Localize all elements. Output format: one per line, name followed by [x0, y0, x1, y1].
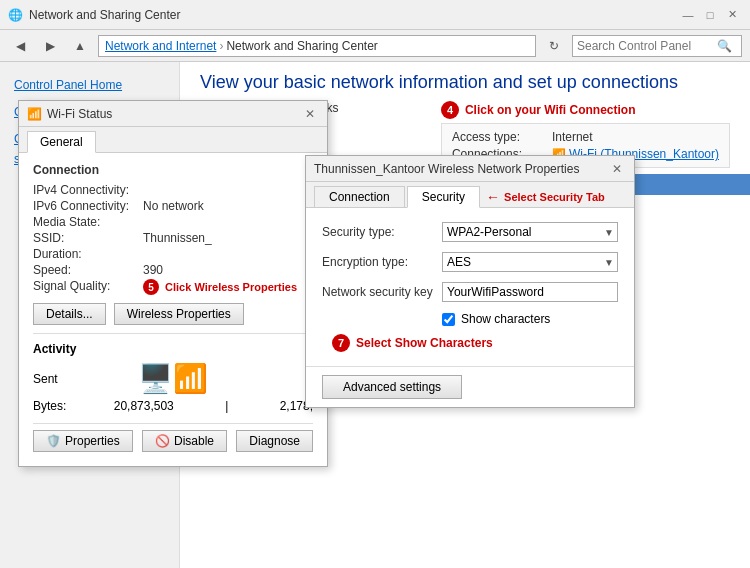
encryption-type-select[interactable]: AES	[442, 252, 618, 272]
ipv4-row: IPv4 Connectivity:	[33, 183, 313, 197]
wifi-status-window: 📶 Wi-Fi Status ✕ General Connection IPv4…	[18, 100, 328, 467]
security-tab-container: Security ← Select Security Tab	[407, 186, 605, 207]
annotation5-label: Click Wireless Properties	[165, 281, 297, 293]
signal-value: 5 Click Wireless Properties	[143, 279, 297, 295]
network-key-label: Network security key	[322, 285, 442, 299]
speed-value: 390	[143, 263, 163, 277]
access-type-label: Access type:	[452, 130, 552, 144]
signal-label: Signal Quality:	[33, 279, 143, 295]
tab-general[interactable]: General	[27, 131, 96, 153]
refresh-button[interactable]: ↻	[542, 34, 566, 58]
step5-circle: 5	[143, 279, 159, 295]
duration-row: Duration:	[33, 247, 313, 261]
bytes-row: Bytes: 20,873,503 | 2,178,	[33, 399, 313, 413]
wifi-action-buttons: Details... Wireless Properties	[33, 303, 313, 325]
advanced-settings-button[interactable]: Advanced settings	[322, 375, 462, 399]
bytes-label: Bytes:	[33, 399, 66, 413]
ssid-row: SSID: Thunnissen_	[33, 231, 313, 245]
wifi-status-close[interactable]: ✕	[301, 105, 319, 123]
activity-section: Activity Sent 🖥️📶 R Bytes: 20,873,503 | …	[33, 342, 313, 413]
breadcrumb-sharing-center[interactable]: Network and Sharing Center	[226, 39, 377, 53]
breadcrumb: Network and Internet › Network and Shari…	[98, 35, 536, 57]
connection-section-title: Connection	[33, 163, 313, 177]
sidebar-item-home[interactable]: Control Panel Home	[0, 72, 179, 99]
wifi-bottom-buttons: 🛡️ Properties 🚫 Disable Diagnose	[33, 423, 313, 456]
diagnose-label: Diagnose	[249, 434, 300, 448]
wireless-props-label: Wireless Properties	[127, 307, 231, 321]
annotation7-label: Select Show Characters	[356, 336, 493, 350]
media-row: Media State:	[33, 215, 313, 229]
show-chars-label: Show characters	[461, 312, 550, 326]
network-icon: 🖥️📶	[138, 362, 208, 395]
show-chars-checkbox[interactable]	[442, 313, 455, 326]
annotation4-label: Click on your Wifi Connection	[465, 103, 636, 117]
properties-icon: 🛡️	[46, 434, 61, 448]
wifi-status-body: Connection IPv4 Connectivity: IPv6 Conne…	[19, 153, 327, 466]
properties-button[interactable]: 🛡️ Properties	[33, 430, 133, 452]
page-title: View your basic network information and …	[200, 72, 730, 93]
net-props-window: Thunnissen_Kantoor Wireless Network Prop…	[305, 155, 635, 408]
network-key-row: Network security key	[322, 282, 618, 302]
encryption-type-row: Encryption type: AES ▼	[322, 252, 618, 272]
title-bar-left: 🌐 Network and Sharing Center	[8, 8, 180, 22]
media-label: Media State:	[33, 215, 143, 229]
disable-label: Disable	[174, 434, 214, 448]
duration-label: Duration:	[33, 247, 143, 261]
security-type-label: Security type:	[322, 225, 442, 239]
minimize-button[interactable]: —	[678, 5, 698, 25]
speed-label: Speed:	[33, 263, 143, 277]
tab-connection[interactable]: Connection	[314, 186, 405, 207]
wifi-status-tabs: General	[19, 127, 327, 153]
wifi-status-title: Wi-Fi Status	[47, 107, 112, 121]
disable-icon: 🚫	[155, 434, 170, 448]
ssid-label: SSID:	[33, 231, 143, 245]
signal-row: Signal Quality: 5 Click Wireless Propert…	[33, 279, 313, 295]
properties-label: Properties	[65, 434, 120, 448]
show-chars-row: Show characters	[442, 312, 618, 326]
breadcrumb-network-internet[interactable]: Network and Internet	[105, 39, 216, 53]
search-icon[interactable]: 🔍	[717, 39, 732, 53]
close-button[interactable]: ✕	[722, 5, 742, 25]
ssid-value: Thunnissen_	[143, 231, 212, 245]
maximize-button[interactable]: □	[700, 5, 720, 25]
sent-recv-labels: Sent 🖥️📶 R	[33, 362, 313, 395]
ipv6-label: IPv6 Connectivity:	[33, 199, 143, 213]
wifi-status-title-text: 📶 Wi-Fi Status	[27, 107, 112, 121]
details-button[interactable]: Details...	[33, 303, 106, 325]
net-props-footer: Advanced settings	[306, 366, 634, 407]
net-props-close[interactable]: ✕	[608, 160, 626, 178]
wifi-divider	[33, 333, 313, 334]
search-input[interactable]	[577, 39, 717, 53]
title-bar-controls: — □ ✕	[678, 5, 742, 25]
step7-circle: 7	[332, 334, 350, 352]
disable-button[interactable]: 🚫 Disable	[142, 430, 227, 452]
title-bar: 🌐 Network and Sharing Center — □ ✕	[0, 0, 750, 30]
access-type-value: Internet	[552, 130, 593, 144]
details-label: Details...	[46, 307, 93, 321]
security-arrow-icon: ←	[486, 189, 500, 205]
forward-button[interactable]: ▶	[38, 34, 62, 58]
net-props-titlebar: Thunnissen_Kantoor Wireless Network Prop…	[306, 156, 634, 182]
back-button[interactable]: ◀	[8, 34, 32, 58]
tab-security[interactable]: Security	[407, 186, 480, 208]
diagnose-button[interactable]: Diagnose	[236, 430, 313, 452]
ipv4-label: IPv4 Connectivity:	[33, 183, 143, 197]
recv-label: R	[253, 372, 313, 386]
network-key-input[interactable]	[442, 282, 618, 302]
wireless-properties-button[interactable]: Wireless Properties	[114, 303, 244, 325]
activity-title: Activity	[33, 342, 313, 356]
app-icon: 🌐	[8, 8, 23, 22]
step5-annotation: 5 Click Wireless Properties	[143, 281, 297, 293]
encryption-type-label: Encryption type:	[322, 255, 442, 269]
security-type-select[interactable]: WPA2-Personal	[442, 222, 618, 242]
net-props-tabs: Connection Security ← Select Security Ta…	[306, 182, 634, 208]
wifi-status-titlebar: 📶 Wi-Fi Status ✕	[19, 101, 327, 127]
annotation7-area: 7 Select Show Characters	[332, 334, 618, 352]
net-props-body: Security type: WPA2-Personal ▼ Encryptio…	[306, 208, 634, 366]
up-button[interactable]: ▲	[68, 34, 92, 58]
step4-circle: 4	[441, 101, 459, 119]
breadcrumb-sep1: ›	[219, 39, 223, 53]
security-type-control: WPA2-Personal ▼	[442, 222, 618, 242]
speed-row: Speed: 390	[33, 263, 313, 277]
encryption-type-control: AES ▼	[442, 252, 618, 272]
